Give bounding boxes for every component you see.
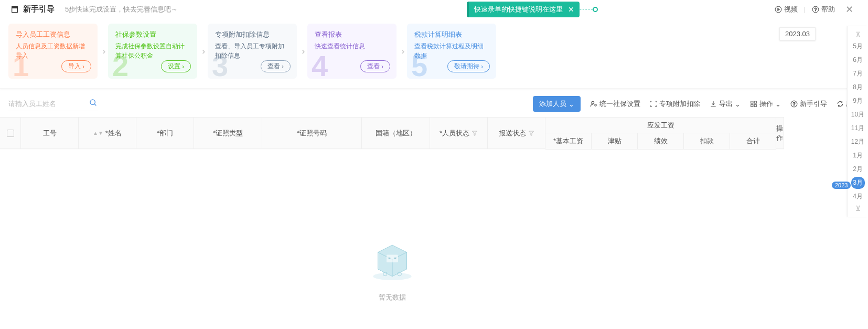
month-1[interactable]: 1月: [848, 150, 868, 162]
step-card-2: 社保参数设置 完成社保参数设置自动计算社保公积金 2 设置 ›: [108, 24, 197, 79]
operate-button[interactable]: 操作 ⌄: [750, 99, 781, 109]
step-number: 1: [13, 51, 29, 81]
chevron-right-icon: ›: [380, 63, 383, 70]
th-total[interactable]: 合计: [730, 133, 776, 149]
step-btn-label: 查看: [267, 62, 280, 71]
toast-text: 快速录单的快捷键说明在这里: [474, 5, 563, 14]
svg-marker-16: [473, 131, 477, 135]
guide-button[interactable]: ? 新手引导: [790, 99, 827, 109]
close-icon[interactable]: ✕: [841, 4, 858, 15]
th-report[interactable]: 报送状态: [488, 118, 545, 149]
step-card-1: 导入员工工资信息 人员信息及工资数据新增导入 1 导入 ›: [8, 24, 98, 79]
step-import-button[interactable]: 导入 ›: [61, 60, 91, 72]
svg-point-9: [595, 104, 597, 107]
header-right: 视频 | ? 帮助 ✕: [775, 4, 858, 15]
video-label: 视频: [784, 5, 798, 14]
month-7[interactable]: 7月: [848, 68, 868, 80]
help-icon: ?: [812, 6, 819, 13]
table-toolbar: 添加人员 ⌄ 统一社保设置 专项附加扣除 导出 ⌄ 操作 ⌄ ? 新手引导 刷新: [0, 89, 868, 117]
step-btn-label: 设置: [168, 62, 180, 71]
th-status[interactable]: *人员状态: [430, 118, 488, 149]
step-report-button[interactable]: 查看 ›: [360, 60, 390, 72]
svg-marker-3: [777, 8, 779, 10]
step-arrow-icon: ››: [400, 47, 404, 56]
add-person-button[interactable]: 添加人员 ⌄: [533, 96, 581, 112]
th-name[interactable]: ▲▼*姓名: [79, 118, 136, 149]
refresh-icon: [837, 100, 844, 108]
th-base[interactable]: *基本工资: [545, 133, 592, 149]
th-perf[interactable]: 绩效: [638, 133, 684, 149]
toolbar-actions: 添加人员 ⌄ 统一社保设置 专项附加扣除 导出 ⌄ 操作 ⌄ ? 新手引导 刷新: [533, 96, 860, 112]
svg-rect-12: [751, 104, 753, 107]
social-settings-button[interactable]: 统一社保设置: [590, 99, 640, 109]
svg-point-8: [592, 101, 594, 104]
step-arrow-icon: ››: [300, 47, 304, 56]
toast-dot: [593, 7, 598, 12]
th-id[interactable]: 工号: [21, 118, 79, 149]
svg-line-7: [94, 104, 96, 105]
month-9[interactable]: 9月: [848, 95, 868, 107]
th-deduct[interactable]: 扣款: [684, 133, 730, 149]
th-idtype[interactable]: *证照类型: [194, 118, 262, 149]
th-action: 操作: [776, 118, 784, 149]
th-nation[interactable]: 国籍（地区）: [362, 118, 430, 149]
step-tax-button[interactable]: 敬请期待 ›: [447, 60, 490, 72]
month-2[interactable]: 2月: [848, 163, 868, 175]
step-card-5: 税款计算明细表 查看税款计算过程及明细数据 5 敬请期待 ›: [407, 24, 496, 79]
month-11[interactable]: 11月: [848, 122, 868, 134]
step-title: 社保参数设置: [115, 30, 190, 39]
special-deduction-button[interactable]: 专项附加扣除: [650, 99, 700, 109]
month-4[interactable]: 4月: [848, 190, 868, 203]
export-button[interactable]: 导出 ⌄: [710, 99, 741, 109]
step-number: 5: [411, 51, 427, 81]
shortcut-toast: 快速录单的快捷键说明在这里 ✕: [467, 2, 580, 17]
svg-marker-17: [529, 131, 533, 135]
chevron-right-icon: ›: [180, 63, 184, 70]
search-icon[interactable]: [89, 99, 98, 107]
th-allowance[interactable]: 津贴: [592, 133, 638, 149]
filter-icon: [471, 130, 478, 136]
svg-rect-1: [12, 6, 18, 8]
month-12[interactable]: 12月: [848, 136, 868, 148]
month-5[interactable]: 5月: [848, 40, 868, 52]
th-dept[interactable]: *部门: [136, 118, 194, 149]
step-btn-label: 敬请期待: [454, 62, 479, 71]
step-view-button[interactable]: 查看 ›: [261, 60, 291, 72]
export-icon: [710, 100, 717, 108]
social-label: 统一社保设置: [599, 99, 640, 109]
search-box: [8, 97, 98, 111]
toast-close-icon[interactable]: ✕: [568, 5, 574, 14]
empty-text: 暂无数据: [0, 293, 784, 302]
step-card-4: 查看报表 快速查看统计信息 4 查看 ›: [307, 24, 397, 79]
month-10[interactable]: 10月: [848, 109, 868, 121]
th-name-label: *姓名: [105, 129, 122, 138]
search-input[interactable]: [8, 97, 98, 111]
step-title: 税款计算明细表: [414, 30, 489, 39]
employee-table: 工号 ▲▼*姓名 *部门 *证照类型 *证照号码 国籍（地区） *人员状态 报送…: [0, 117, 784, 302]
step-number: 4: [312, 51, 328, 81]
chevron-down-icon: ⌄: [735, 100, 741, 108]
header-left: 新手引导 5步快速完成设置，快去完善信息吧～: [10, 4, 178, 14]
th-idno[interactable]: *证照号码: [262, 118, 362, 149]
svg-rect-13: [754, 104, 756, 107]
user-gear-icon: [590, 100, 597, 108]
month-3-active[interactable]: 3月: [851, 177, 865, 189]
header-bar: 新手引导 5步快速完成设置，快去完善信息吧～ 快速录单的快捷键说明在这里 ✕ 视…: [0, 0, 868, 18]
step-number: 3: [212, 51, 228, 81]
video-link[interactable]: 视频: [775, 5, 798, 14]
scroll-up-icon[interactable]: ⊼: [855, 30, 861, 39]
scroll-down-icon[interactable]: ⊻: [855, 204, 861, 213]
step-arrow-icon: ››: [200, 47, 205, 56]
scan-icon: [650, 100, 657, 108]
help-link[interactable]: ? 帮助: [812, 5, 835, 14]
page-title: 新手引导: [23, 4, 55, 14]
step-settings-button[interactable]: 设置 ›: [161, 60, 191, 72]
month-6[interactable]: 6月: [848, 54, 868, 66]
select-all-checkbox[interactable]: [7, 130, 14, 137]
th-salary-label: 应发工资: [545, 118, 776, 133]
svg-rect-11: [754, 101, 756, 103]
month-8[interactable]: 8月: [848, 81, 868, 93]
step-title: 查看报表: [315, 30, 389, 39]
export-label: 导出: [719, 99, 733, 109]
svg-point-6: [90, 100, 95, 104]
